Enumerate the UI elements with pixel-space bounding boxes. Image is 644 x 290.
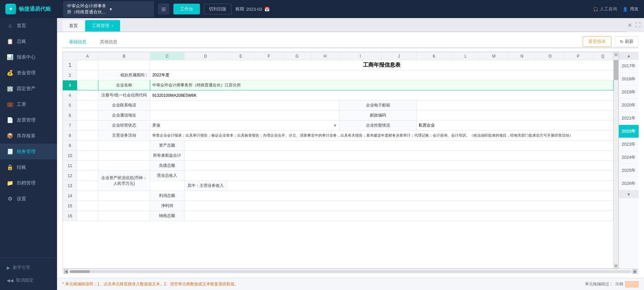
cell-7a[interactable] xyxy=(77,121,98,131)
vscroll-track[interactable] xyxy=(614,57,618,264)
hscroll-track[interactable] xyxy=(70,270,631,273)
sidebar-item-report[interactable]: 📊 报表中心 xyxy=(0,49,57,65)
tab-home[interactable]: 首页 xyxy=(62,20,85,31)
cell-9d[interactable] xyxy=(184,141,613,151)
cell-3a[interactable] xyxy=(77,80,98,90)
cell-9a[interactable] xyxy=(77,141,98,151)
tab-home-label: 首页 xyxy=(69,23,78,29)
company-icon-btn[interactable]: ⊞ xyxy=(158,3,169,15)
hscroll-thumb[interactable] xyxy=(70,270,90,273)
reset-report-button[interactable]: 重置报表 xyxy=(583,36,611,47)
workbench-button[interactable]: 工作台 xyxy=(173,4,200,14)
cell-2a[interactable] xyxy=(77,70,98,80)
close-window-icon[interactable]: ✕ xyxy=(628,22,632,28)
cell-6k[interactable] xyxy=(417,111,613,121)
cell-5k[interactable] xyxy=(417,100,613,111)
calendar-icon[interactable]: 📅 xyxy=(264,7,270,12)
tab-bizreg[interactable]: 工商管理 × xyxy=(85,20,120,31)
user-area[interactable]: 👤 用友 xyxy=(623,6,639,12)
old-version-button[interactable]: 切到旧版 xyxy=(204,4,231,14)
sidebar-item-tax[interactable]: 🧾 税务管理 xyxy=(0,144,57,159)
sub-tab-basic[interactable]: 基础信息 xyxy=(62,36,93,48)
year-item-2019[interactable]: 2019年 xyxy=(619,86,639,99)
cell-10d[interactable] xyxy=(184,151,613,161)
year-item-2018[interactable]: 2018年 xyxy=(619,73,639,86)
horizontal-scrollbar[interactable]: ◀ ▶ xyxy=(62,269,639,274)
sidebar-item-close[interactable]: 🔒 结账 xyxy=(0,159,57,175)
cell-12d[interactable] xyxy=(184,171,613,181)
cell-5c[interactable] xyxy=(150,100,339,111)
cell-10b[interactable] xyxy=(98,151,150,161)
cell-14b[interactable] xyxy=(98,191,150,201)
sidebar-item-inventory[interactable]: 📦 库存核算 xyxy=(0,128,57,144)
sidebar-item-home[interactable]: ⌂ 首页 xyxy=(0,18,57,33)
vscroll-up-button[interactable]: ▲ xyxy=(614,52,618,57)
year-item-2026[interactable]: 2026年 xyxy=(619,177,639,190)
sub-tab-other[interactable]: 其他信息 xyxy=(93,36,124,48)
cell-15a[interactable] xyxy=(77,201,98,211)
sidebar-item-salary[interactable]: 💼 工资 xyxy=(0,96,57,112)
cell-1a[interactable] xyxy=(77,60,98,70)
cell-7k[interactable]: 私营企业 xyxy=(417,121,613,131)
cell-8c[interactable]: 审查企业会计报表；出具审计报告；验证企业资本；出具验资报告；办理企业合开、分立、… xyxy=(150,131,613,141)
year-item-2017[interactable]: 2017年 xyxy=(619,60,639,73)
tab-close-icon[interactable]: × xyxy=(111,24,113,28)
cell-14a[interactable] xyxy=(77,191,98,201)
cell-3c[interactable]: 中审众环会计师事务所（特殊普通合伙）江苏分所 xyxy=(150,80,613,90)
cell-6a[interactable] xyxy=(77,111,98,121)
cell-4c[interactable]: 91320100MA208E5W6K xyxy=(150,90,613,100)
cell-11a[interactable] xyxy=(77,161,98,171)
year-item-2023[interactable]: 2023年 xyxy=(619,138,639,151)
service-button[interactable]: 🎧 人工咨询 xyxy=(593,6,617,12)
company-selector[interactable]: 中审众环会计师事务所（特殊普通合伙... ▾ xyxy=(63,1,154,17)
sidebar-item-guide[interactable]: ▶ 新手引导 xyxy=(0,261,57,274)
year-item-2020[interactable]: 2020年 xyxy=(619,99,639,112)
cell-5a[interactable] xyxy=(77,100,98,111)
cell-14d[interactable] xyxy=(184,191,613,201)
year-item-2022[interactable]: 2022年 xyxy=(619,125,639,138)
cell-8a[interactable] xyxy=(77,131,98,141)
sidebar-item-invoice[interactable]: 📄 发票管理 xyxy=(0,112,57,128)
year-scroll-up-button[interactable]: ▲ xyxy=(619,52,639,60)
year-item-2021[interactable]: 2021年 xyxy=(619,112,639,125)
cell-16d[interactable] xyxy=(184,211,613,221)
cell-9b[interactable] xyxy=(98,141,150,151)
sidebar-item-archive[interactable]: 📁 归档管理 xyxy=(0,175,57,191)
cell-13c[interactable] xyxy=(150,181,184,191)
cell-16a[interactable] xyxy=(77,211,98,221)
sidebar-item-ledger[interactable]: 📋 总账 xyxy=(0,33,57,49)
sidebar-item-finance[interactable]: 💰 资金管理 xyxy=(0,65,57,81)
year-item-2025[interactable]: 2025年 xyxy=(619,164,639,177)
year-item-2024[interactable]: 2024年 xyxy=(619,151,639,164)
refresh-button[interactable]: ↻ 刷新 xyxy=(615,36,639,47)
window-controls: ✕ ⛶ xyxy=(628,18,644,32)
expand-window-icon[interactable]: ⛶ xyxy=(635,22,641,28)
cell-11d[interactable] xyxy=(184,161,613,171)
hscroll-right-button[interactable]: ▶ xyxy=(633,269,637,274)
hscroll-left-button[interactable]: ◀ xyxy=(64,269,68,274)
col-o: O xyxy=(536,52,564,60)
cell-13e[interactable] xyxy=(227,181,613,191)
cell-4a[interactable] xyxy=(77,90,98,100)
vscroll-thumb[interactable] xyxy=(614,60,618,80)
cell-11b[interactable] xyxy=(98,161,150,171)
spreadsheet-main[interactable]: A B C D E F G H I J xyxy=(63,52,613,268)
cell-10a[interactable] xyxy=(77,151,98,161)
dropdown-arrow-icon[interactable]: ▼ xyxy=(333,123,337,128)
sidebar-item-settings[interactable]: ⚙ 设置 xyxy=(0,191,57,207)
cell-7c[interactable]: 开业 ▼ xyxy=(150,121,339,131)
cell-15b[interactable] xyxy=(98,201,150,211)
cell-15d[interactable] xyxy=(184,201,613,211)
vscroll-down-button[interactable]: ▼ xyxy=(614,264,618,268)
vertical-scrollbar[interactable]: ▲ ▼ xyxy=(613,52,618,268)
cell-1b[interactable] xyxy=(98,60,150,70)
sidebar-item-asset[interactable]: 🏢 固定资产 xyxy=(0,81,57,96)
sidebar-item-unpin[interactable]: ◀◀ 取消固定 xyxy=(0,274,57,287)
year-scroll-down-button[interactable]: ▼ xyxy=(619,190,639,198)
cell-12a[interactable] xyxy=(77,171,98,181)
cell-2c[interactable]: 2022年度 xyxy=(150,70,613,80)
cell-title[interactable]: 工商年报信息表 xyxy=(150,60,613,70)
cell-16b[interactable] xyxy=(98,211,150,221)
cell-6c[interactable] xyxy=(150,111,339,121)
cell-13a[interactable] xyxy=(77,181,98,191)
